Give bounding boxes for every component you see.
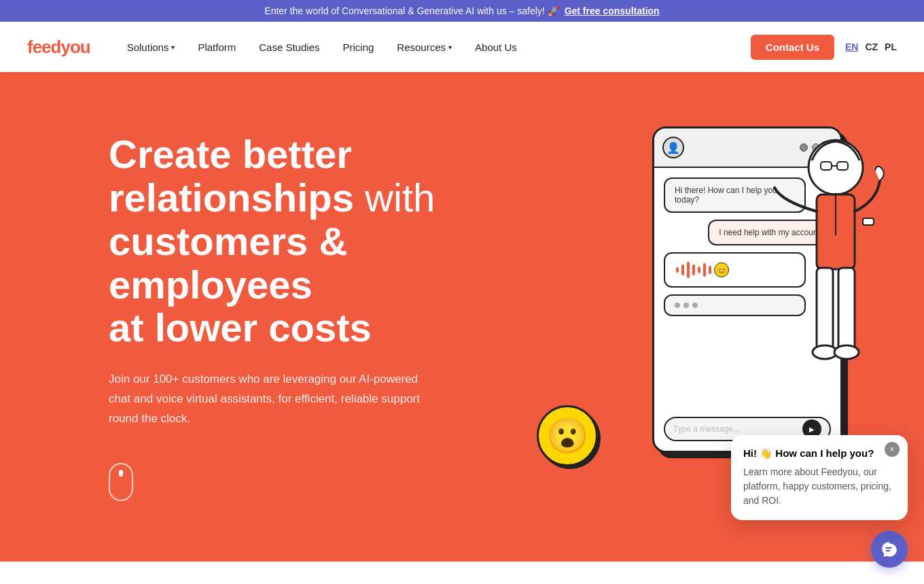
chat-popup: × Hi! 👋 How can I help you? Learn more a…	[731, 435, 908, 520]
svg-point-10	[834, 345, 859, 359]
avatar: 👤	[662, 137, 684, 158]
navbar: feedyou Solutions ▾ Platform Case Studie…	[0, 22, 924, 72]
nav-solutions[interactable]: Solutions ▾	[118, 36, 185, 58]
chevron-down-icon: ▾	[448, 44, 452, 51]
scroll-dot	[119, 470, 123, 477]
svg-rect-8	[838, 268, 855, 349]
chevron-down-icon: ▾	[171, 44, 175, 51]
nav-platform[interactable]: Platform	[188, 36, 245, 58]
lang-en[interactable]: EN	[845, 41, 858, 52]
nav-resources[interactable]: Resources ▾	[387, 36, 461, 58]
chat-open-button[interactable]	[871, 531, 908, 562]
close-button[interactable]: ×	[885, 442, 900, 457]
language-switcher: EN CZ PL	[845, 41, 897, 52]
emoji-surprised: 😮	[537, 405, 598, 466]
hero-description: Join our 100+ customers who are leveragi…	[109, 370, 435, 429]
contact-button[interactable]: Contact Us	[751, 35, 834, 60]
nav-pricing[interactable]: Pricing	[333, 36, 383, 58]
nav-links: Solutions ▾ Platform Case Studies Pricin…	[118, 36, 751, 58]
chat-greeting: Hi! 👋 How can I help you?	[743, 447, 895, 460]
chat-widget[interactable]: × Hi! 👋 How can I help you? Learn more a…	[871, 531, 908, 562]
chat-icon	[881, 540, 898, 558]
lang-pl[interactable]: PL	[885, 41, 897, 52]
top-banner: Enter the world of Conversational & Gene…	[0, 0, 924, 22]
hero-content: Create better relationships with custome…	[109, 133, 516, 501]
banner-cta[interactable]: Get free consultation	[565, 5, 660, 16]
svg-rect-11	[863, 218, 874, 225]
svg-point-0	[808, 140, 863, 194]
chat-subtext: Learn more about Feedyou, our platform, …	[743, 465, 895, 508]
svg-rect-7	[817, 268, 833, 349]
banner-text: Enter the world of Conversational & Gene…	[264, 5, 558, 16]
nav-about[interactable]: About Us	[465, 36, 527, 58]
scroll-indicator	[109, 463, 516, 501]
chat-input-placeholder: Type a message...	[673, 424, 740, 434]
smiley-icon: 😊	[714, 262, 729, 277]
scroll-mouse-icon	[109, 463, 133, 501]
lang-cz[interactable]: CZ	[865, 41, 878, 52]
nav-right: Contact Us EN CZ PL	[751, 35, 897, 60]
hero-title: Create better relationships with custome…	[109, 133, 516, 349]
nav-case-studies[interactable]: Case Studies	[249, 36, 329, 58]
logo[interactable]: feedyou	[27, 37, 90, 58]
